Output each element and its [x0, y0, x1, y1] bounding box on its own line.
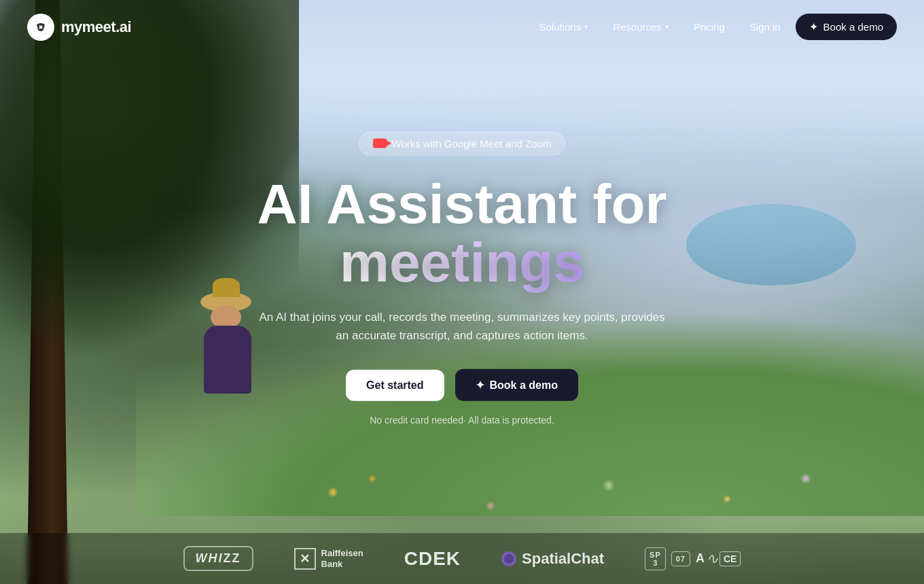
sparkle-icon: ✦ — [476, 379, 484, 392]
disclaimer-text: No credit card needed· All data is prote… — [190, 415, 734, 426]
get-started-button[interactable]: Get started — [346, 369, 444, 400]
chevron-down-icon: ▾ — [584, 22, 588, 31]
nav-pricing[interactable]: Pricing — [684, 16, 734, 38]
hero-content: Works with Google Meet and Zoom AI Assis… — [190, 131, 734, 426]
logo-spatialchat: SpatialChat — [501, 550, 604, 568]
navbar: mymeet.ai Solutions ▾ Resources ▾ Pricin… — [0, 0, 924, 54]
logo-cdek: CDEK — [404, 548, 461, 570]
logo-sp3: SP 3 07 A ∿ CE — [645, 547, 741, 570]
nav-book-demo-button[interactable]: ✦ Book a demo — [796, 14, 897, 40]
logo-raiffeisen: ✕ RaiffeisenBank — [294, 548, 363, 570]
works-badge: Works with Google Meet and Zoom — [359, 131, 566, 155]
hero-title-gradient: meetings — [340, 230, 584, 292]
video-camera-icon — [373, 139, 387, 148]
logo-text: mymeet.ai — [61, 18, 131, 36]
nav-solutions[interactable]: Solutions ▾ — [529, 16, 598, 38]
raiffeisen-x-icon: ✕ — [294, 548, 316, 570]
logo-whizz: WHIZZ — [183, 546, 253, 571]
hero-buttons: Get started ✦ Book a demo — [190, 369, 734, 401]
spatialchat-dot-icon — [501, 551, 516, 566]
logo[interactable]: mymeet.ai — [27, 14, 131, 41]
nav-links: Solutions ▾ Resources ▾ Pricing Sign in … — [529, 14, 897, 40]
sparkle-icon: ✦ — [809, 20, 818, 33]
nav-signin[interactable]: Sign in — [740, 16, 790, 38]
hero-title: AI Assistant for meetings — [190, 174, 734, 291]
chevron-down-icon: ▾ — [665, 22, 669, 31]
nav-resources[interactable]: Resources ▾ — [603, 16, 679, 38]
hero-subtitle: An AI that joins your call, records the … — [258, 307, 666, 344]
logos-bar: WHIZZ ✕ RaiffeisenBank CDEK SpatialChat … — [0, 533, 924, 584]
logo-icon — [27, 14, 54, 41]
book-demo-button[interactable]: ✦ Book a demo — [455, 369, 578, 401]
